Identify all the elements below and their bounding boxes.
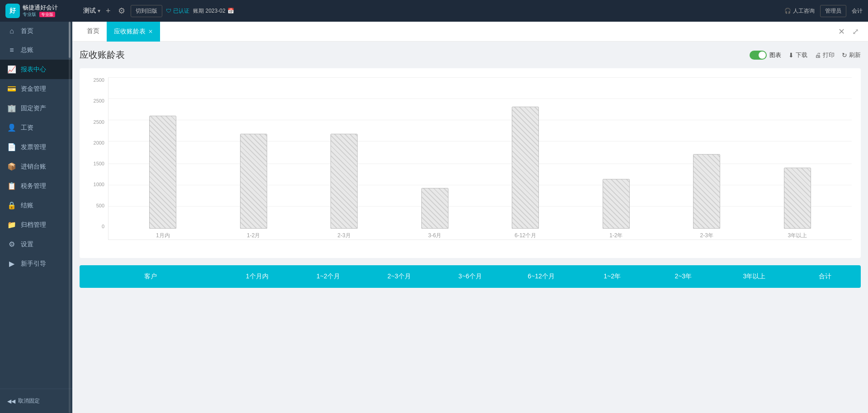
chevron-down-icon: ▾	[98, 8, 100, 14]
bar-group-1m	[149, 116, 176, 229]
sidebar-item-close[interactable]: 🔒 结账	[0, 196, 72, 215]
chart-y-axis: 2500 2500 2500 2000 1500 1000 500 0	[89, 77, 104, 240]
role-label: 会计	[852, 7, 863, 15]
y-label: 1000	[89, 182, 104, 187]
expand-button[interactable]: ⤢	[850, 25, 861, 38]
sidebar-item-assets[interactable]: 🏢 固定资产	[0, 99, 72, 118]
sidebar: ⌂ 首页 ≡ 总账 📈 报表中心 💳 资金管理 🏢 固定资产 👤 工资 📄 发票…	[0, 22, 72, 413]
table-header: 客户 1个月内 1~2个月 2~3个月 3~6个月 6~12个月 1~2年 2~…	[80, 265, 861, 288]
x-axis: 1月内 1-2月 2-3月 3-6月 6-12个月 1-2年 2-3年 3年以上	[108, 232, 852, 239]
x-label-6-12m: 6-12个月	[512, 232, 539, 239]
download-button[interactable]: ⬇ 下载	[788, 51, 807, 59]
sidebar-item-funds[interactable]: 💳 资金管理	[0, 79, 72, 99]
sidebar-item-wages[interactable]: 👤 工资	[0, 118, 72, 137]
tax-icon: 📋	[7, 182, 16, 190]
reports-icon: 📈	[7, 65, 16, 74]
pin-icon: ◀◀	[7, 398, 15, 404]
close-tab-button[interactable]: ✕	[836, 25, 847, 38]
sidebar-item-settings[interactable]: ⚙ 设置	[0, 235, 72, 254]
tab-label: 首页	[87, 27, 99, 35]
user-button[interactable]: 管理员	[820, 5, 846, 17]
sidebar-item-home[interactable]: ⌂ 首页	[0, 22, 72, 41]
sidebar-item-reports[interactable]: 📈 报表中心	[0, 60, 72, 79]
calendar-icon[interactable]: 📅	[227, 8, 234, 14]
y-label: 0	[89, 224, 104, 229]
sidebar-item-sales[interactable]: 📦 进销台账	[0, 157, 72, 176]
toggle-knob	[759, 52, 766, 59]
x-label-1m: 1月内	[149, 232, 176, 239]
switch-old-button[interactable]: 切到旧版	[131, 5, 162, 17]
sidebar-item-label: 报表中心	[21, 66, 46, 74]
period-info: 账期 2023-02 📅	[193, 7, 234, 15]
sidebar-item-tax[interactable]: 📋 税务管理	[0, 176, 72, 196]
bar-3-6m	[421, 188, 448, 229]
scroll-thumb	[69, 22, 71, 58]
sidebar-item-label: 归档管理	[21, 221, 46, 229]
x-label-2-3y: 2-3年	[693, 232, 720, 239]
th-2-3y: 2~3年	[648, 265, 719, 288]
sidebar-item-guide[interactable]: ▶ 新手引导	[0, 254, 72, 273]
th-customer: 客户	[80, 265, 222, 288]
scroll-indicator	[69, 22, 71, 413]
bar-6-12m	[512, 107, 539, 229]
settings-icon[interactable]: ⚙	[116, 4, 127, 18]
cancel-fixed-button[interactable]: ◀◀ 取消固定	[0, 393, 72, 409]
tab-close-icon[interactable]: ✕	[148, 28, 153, 35]
bar-group-6-12m	[512, 107, 539, 229]
headset-icon: 🎧	[784, 8, 791, 14]
support-label: 人工咨询	[793, 7, 815, 15]
tab-bar: 首页 应收账龄表 ✕ ✕ ⤢	[72, 22, 868, 42]
download-icon: ⬇	[788, 52, 794, 59]
sales-icon: 📦	[7, 162, 16, 171]
sidebar-item-archive[interactable]: 📁 归档管理	[0, 215, 72, 235]
sidebar-item-label: 结账	[21, 202, 33, 210]
page-title: 应收账龄表	[80, 49, 125, 61]
sidebar-item-label: 新手引导	[21, 260, 46, 268]
chart-container: 2500 2500 2500 2000 1500 1000 500 0	[80, 68, 861, 258]
logo-icon: 好	[5, 4, 20, 18]
content-area: 首页 应收账龄表 ✕ ✕ ⤢ 应收账龄表	[72, 22, 868, 413]
support-button[interactable]: 🎧 人工咨询	[784, 7, 815, 15]
toggle-label: 图表	[769, 51, 781, 59]
header-center: 测试 ▾ + ⚙ 切到旧版 🛡 已认证 账期 2023-02 📅	[78, 4, 784, 18]
y-label: 1500	[89, 161, 104, 166]
th-total: 合计	[790, 265, 861, 288]
bars-area	[108, 77, 852, 229]
app-sub-label: 专业版	[23, 12, 36, 17]
logo-area: 好 畅捷通好会计 专业版 专业版	[5, 4, 78, 18]
cancel-fixed-label: 取消固定	[18, 397, 40, 405]
period-label: 账期	[193, 7, 204, 15]
gear-icon: ⚙	[7, 240, 16, 249]
sidebar-item-invoices[interactable]: 📄 发票管理	[0, 137, 72, 157]
chart-toggle[interactable]: 图表	[750, 51, 781, 60]
funds-icon: 💳	[7, 84, 16, 93]
print-label: 打印	[823, 51, 835, 59]
table-area: 客户 1个月内 1~2个月 2~3个月 3~6个月 6~12个月 1~2年 2~…	[80, 265, 861, 288]
shield-icon: 🛡	[166, 8, 171, 14]
page-actions: 图表 ⬇ 下载 🖨 打印 ↻ 刷新	[750, 51, 861, 60]
sidebar-item-label: 固定资产	[21, 104, 46, 113]
sidebar-item-label: 进销台账	[21, 163, 46, 171]
print-button[interactable]: 🖨 打印	[815, 51, 835, 59]
th-1-2m: 1~2个月	[292, 265, 363, 288]
toggle-track[interactable]	[750, 51, 767, 60]
page-content: 应收账龄表 图表 ⬇ 下载 🖨 打印	[72, 42, 868, 413]
add-button[interactable]: +	[104, 5, 113, 18]
assets-icon: 🏢	[7, 104, 16, 113]
tab-home[interactable]: 首页	[80, 22, 107, 42]
company-selector[interactable]: 测试 ▾	[83, 7, 100, 15]
refresh-button[interactable]: ↻ 刷新	[842, 51, 861, 59]
bar-3y	[784, 168, 811, 229]
sidebar-item-ledger[interactable]: ≡ 总账	[0, 41, 72, 60]
th-3y: 3年以上	[719, 265, 790, 288]
print-icon: 🖨	[815, 52, 821, 59]
bar-1-2m	[240, 134, 267, 229]
close-accounts-icon: 🔒	[7, 201, 16, 210]
page-header: 应收账龄表 图表 ⬇ 下载 🖨 打印	[80, 49, 861, 61]
tab-label: 应收账龄表	[114, 28, 146, 36]
tab-ar-aging[interactable]: 应收账龄表 ✕	[107, 22, 160, 42]
sidebar-item-label: 工资	[21, 124, 33, 132]
th-2-3m: 2~3个月	[363, 265, 434, 288]
bar-1m	[149, 116, 176, 229]
logo-text: 畅捷通好会计 专业版 专业版	[23, 4, 58, 18]
